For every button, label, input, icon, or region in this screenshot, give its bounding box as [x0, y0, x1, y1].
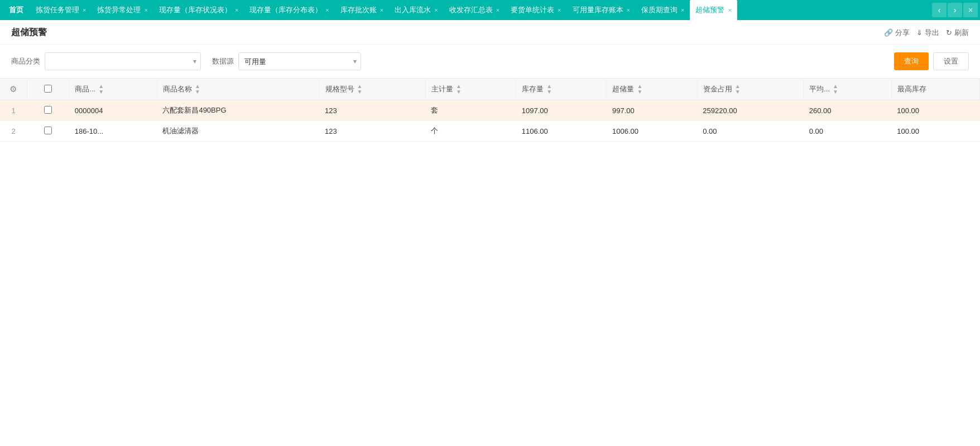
- tab-close-icon[interactable]: ×: [144, 7, 147, 13]
- export-icon: ⇓: [916, 28, 923, 37]
- nav-tab-7[interactable]: 要货单统计表×: [505, 0, 566, 20]
- query-btn[interactable]: 查询: [894, 52, 929, 70]
- row-capital: 259220.00: [697, 100, 803, 121]
- tab-close-icon[interactable]: ×: [496, 7, 499, 13]
- th-capital[interactable]: 资金占用 ▲▼: [697, 79, 803, 100]
- row-overstock: 997.00: [607, 100, 697, 121]
- nav-tab-9[interactable]: 保质期查询×: [636, 0, 690, 20]
- nav-tab-4[interactable]: 库存批次账×: [335, 0, 389, 20]
- datasource-select-wrap: 可用量: [238, 52, 361, 70]
- table-row: 1 0000004 六配套新昌490BPG 123 套 1097.00 997.…: [0, 100, 980, 121]
- row-checkbox-cell: [27, 100, 69, 121]
- th-stock[interactable]: 库存量 ▲▼: [516, 79, 607, 100]
- th-product-code[interactable]: 商品... ▲▼: [69, 79, 157, 100]
- row-overstock: 1006.00: [607, 121, 697, 142]
- nav-tab-8[interactable]: 可用量库存账本×: [567, 0, 636, 20]
- row-spec: 123: [319, 100, 425, 121]
- th-product-name[interactable]: 商品名称 ▲▼: [157, 79, 319, 100]
- row-max-stock: 100.00: [891, 121, 979, 142]
- th-overstock[interactable]: 超储量 ▲▼: [607, 79, 697, 100]
- category-select[interactable]: [45, 52, 201, 70]
- row-num-cell: 1: [0, 100, 27, 121]
- row-product-code: 186-10...: [69, 121, 157, 142]
- tab-close-icon[interactable]: ×: [728, 7, 731, 13]
- category-label: 商品分类: [11, 56, 40, 66]
- nav-tab-6[interactable]: 收发存汇总表×: [444, 0, 505, 20]
- category-filter-group: 商品分类: [11, 52, 201, 70]
- row-checkbox[interactable]: [44, 127, 52, 134]
- row-checkbox-cell: [27, 121, 69, 142]
- nav-tab-0[interactable]: 拣货任务管理×: [30, 0, 92, 20]
- row-stock: 1097.00: [516, 100, 607, 121]
- row-capital: 0.00: [697, 121, 803, 142]
- row-stock: 1106.00: [516, 121, 607, 142]
- table-row: 2 186-10... 机油滤清器 123 个 1106.00 1006.00 …: [0, 121, 980, 142]
- page-header: 超储预警 🔗 分享 ⇓ 导出 ↻ 刷新: [0, 20, 980, 45]
- tab-close-icon[interactable]: ×: [558, 7, 561, 13]
- share-btn[interactable]: 🔗 分享: [884, 28, 910, 38]
- export-btn[interactable]: ⇓ 导出: [916, 28, 939, 38]
- row-num-cell: 2: [0, 121, 27, 142]
- th-max-stock[interactable]: 最高库存: [891, 79, 979, 100]
- nav-arrows: ‹ › ×: [932, 3, 978, 17]
- nav-tab-3[interactable]: 现存量（库存分布表）×: [244, 0, 334, 20]
- filter-actions: 查询 设置: [894, 52, 969, 70]
- nav-tab-1[interactable]: 拣货异常处理×: [92, 0, 153, 20]
- row-spec: 123: [319, 121, 425, 142]
- tab-close-icon[interactable]: ×: [681, 7, 684, 13]
- row-checkbox[interactable]: [44, 106, 52, 114]
- page-content: 超储预警 🔗 分享 ⇓ 导出 ↻ 刷新 商品分类: [0, 20, 980, 446]
- category-select-wrap: [45, 52, 201, 70]
- row-avg: 0.00: [804, 121, 892, 142]
- nav-next-btn[interactable]: ›: [948, 3, 962, 17]
- th-checkbox: [27, 79, 69, 100]
- page-title: 超储预警: [11, 27, 47, 38]
- tab-close-icon[interactable]: ×: [434, 7, 438, 13]
- nav-tab-5[interactable]: 出入库流水×: [389, 0, 443, 20]
- table-wrap: ⚙ 商品... ▲▼ 商品名称 ▲▼: [0, 78, 980, 142]
- filter-bar: 商品分类 数据源 可用量 查询 设置: [0, 45, 980, 78]
- datasource-select[interactable]: 可用量: [238, 52, 361, 70]
- tab-close-icon[interactable]: ×: [380, 7, 383, 13]
- tab-close-icon[interactable]: ×: [325, 7, 329, 13]
- nav-prev-btn[interactable]: ‹: [932, 3, 947, 17]
- th-spec[interactable]: 规格型号 ▲▼: [319, 79, 425, 100]
- nav-tab-10[interactable]: 超储预警×: [690, 0, 737, 20]
- top-nav: 首页 拣货任务管理×拣货异常处理×现存量（库存状况表）×现存量（库存分布表）×库…: [0, 0, 980, 20]
- tab-close-icon[interactable]: ×: [83, 7, 86, 13]
- nav-home[interactable]: 首页: [2, 0, 30, 20]
- select-all-checkbox[interactable]: [44, 85, 52, 93]
- tab-close-icon[interactable]: ×: [235, 7, 238, 13]
- row-avg: 260.00: [804, 100, 892, 121]
- settings-btn[interactable]: 设置: [933, 52, 969, 70]
- th-avg[interactable]: 平均... ▲▼: [804, 79, 892, 100]
- row-product-name: 机油滤清器: [157, 121, 319, 142]
- row-unit: 个: [425, 121, 516, 142]
- tab-close-icon[interactable]: ×: [627, 7, 630, 13]
- header-actions: 🔗 分享 ⇓ 导出 ↻ 刷新: [884, 28, 969, 38]
- row-max-stock: 100.00: [891, 100, 979, 121]
- refresh-icon: ↻: [946, 28, 952, 37]
- nav-more-btn[interactable]: ×: [963, 3, 978, 17]
- table-header-row: ⚙ 商品... ▲▼ 商品名称 ▲▼: [0, 79, 980, 100]
- th-gear[interactable]: ⚙: [0, 79, 27, 100]
- data-table: ⚙ 商品... ▲▼ 商品名称 ▲▼: [0, 78, 980, 142]
- row-product-code: 0000004: [69, 100, 157, 121]
- refresh-btn[interactable]: ↻ 刷新: [946, 28, 969, 38]
- nav-tab-2[interactable]: 现存量（库存状况表）×: [153, 0, 244, 20]
- datasource-label: 数据源: [212, 56, 234, 66]
- row-unit: 套: [425, 100, 516, 121]
- th-unit[interactable]: 主计量 ▲▼: [425, 79, 516, 100]
- row-product-name: 六配套新昌490BPG: [157, 100, 319, 121]
- gear-icon[interactable]: ⚙: [9, 84, 17, 94]
- share-icon: 🔗: [884, 28, 893, 37]
- datasource-filter-group: 数据源 可用量: [212, 52, 361, 70]
